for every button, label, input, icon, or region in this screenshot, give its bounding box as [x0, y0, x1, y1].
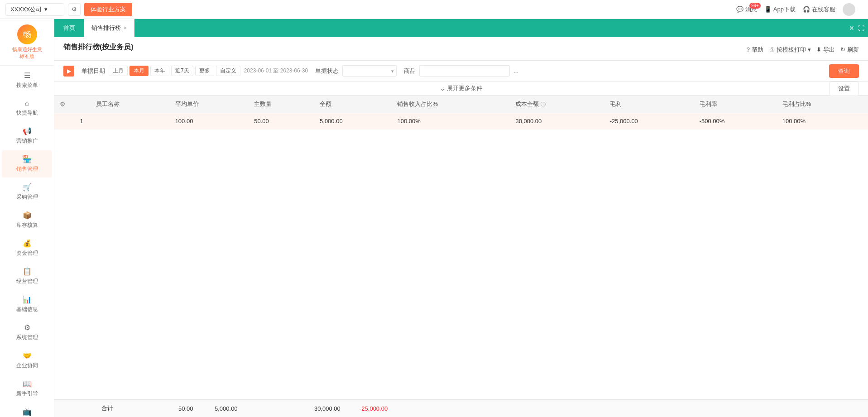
th-gross-ratio: 毛利占比%: [777, 96, 868, 113]
footer-row: 合计 50.00 5,000.00 30,000.00 -25,000.00: [54, 399, 868, 417]
sidebar-label-8: 基础信息: [16, 306, 38, 313]
print-label: 按模板打印: [777, 46, 806, 54]
export-btn[interactable]: ⬇ 导出: [816, 46, 835, 54]
footer-amount: 5,000.00: [209, 405, 254, 412]
sidebar-item-4[interactable]: 🛒采购管理: [2, 178, 52, 206]
more-date-btn[interactable]: 更多: [195, 66, 214, 76]
message-btn[interactable]: 💬 消息 99+: [736, 5, 757, 14]
date-filter-section: 单据日期 上月 本月 本年 近7天 更多 自定义 2023-06-01 至 20…: [82, 66, 308, 76]
sidebar-icon-4: 🛒: [23, 183, 32, 192]
tab-home[interactable]: 首页: [54, 19, 84, 37]
this-year-btn[interactable]: 本年: [150, 66, 169, 76]
td-avg-price: 100.00: [170, 113, 249, 129]
export-icon: ⬇: [816, 46, 821, 53]
th-avg-price: 平均单价: [170, 96, 249, 113]
main-area: 畅 畅康通好生意 标准版 ☰搜索菜单⌂快捷导航📢营销推广🏪销售管理🛒采购管理📦库…: [0, 19, 868, 417]
sidebar-item-3[interactable]: 🏪销售管理: [2, 150, 52, 177]
td-gross: -25,000.00: [604, 113, 694, 129]
tab-expand-icon[interactable]: ⛶: [858, 24, 864, 32]
sidebar-icon-6: 💰: [23, 239, 32, 248]
td-sales-ratio: 100.00%: [392, 113, 510, 129]
data-table: ⚙ 员工名称 平均单价 主数量 全额 销售收入占比% 成本全额 ⓘ 毛利 毛利率: [54, 96, 868, 129]
goods-input[interactable]: [419, 65, 510, 77]
last7-btn[interactable]: 近7天: [171, 66, 193, 76]
sidebar-icon-7: 📋: [23, 267, 32, 276]
sidebar-item-8[interactable]: 📊基础信息: [2, 291, 52, 318]
company-name: XXXXX公司: [10, 5, 42, 14]
tab-sales-ranking[interactable]: 销售排行榜 ×: [84, 19, 134, 37]
th-rank: [72, 96, 91, 113]
page-header-row: 销售排行榜(按业务员) ? 帮助 🖨 按模板打印 ▾: [63, 43, 859, 57]
expand-more-btn[interactable]: ⌄ 展开更多条件: [440, 84, 482, 92]
sidebar-label-6: 资金管理: [16, 249, 38, 257]
refresh-btn[interactable]: ↻ 刷新: [840, 46, 859, 54]
sidebar-label-1: 快捷导航: [16, 109, 38, 117]
expand-down-icon: ⌄: [440, 85, 445, 92]
sidebar-item-7[interactable]: 📋经营管理: [2, 263, 52, 290]
sidebar-label-11: 新手引导: [16, 390, 38, 398]
top-bar-right: 💬 消息 99+ 📱 App下载 🎧 在线客服: [736, 3, 863, 16]
td-amount: 5,000.00: [314, 113, 392, 129]
help-btn[interactable]: ? 帮助: [747, 46, 763, 54]
this-month-btn[interactable]: 本月: [129, 66, 149, 76]
sidebar-logo: 畅 畅康通好生意 标准版: [0, 19, 54, 66]
custom-date-btn[interactable]: 自定义: [216, 66, 240, 76]
sidebar-item-10[interactable]: 🤝企业协同: [2, 347, 52, 374]
company-selector[interactable]: XXXXX公司 ▾: [5, 3, 64, 16]
sidebar-item-1[interactable]: ⌂快捷导航: [2, 95, 52, 121]
tab-close-icon[interactable]: ×: [124, 25, 127, 31]
tab-close-window-icon[interactable]: ✕: [849, 24, 854, 32]
td-name: [91, 113, 170, 129]
td-rank: 1: [72, 113, 91, 129]
settings-btn[interactable]: 设置: [829, 81, 859, 96]
sidebar-item-6[interactable]: 💰资金管理: [2, 235, 52, 262]
status-select-wrapper: [342, 65, 397, 77]
sidebar-label-0: 搜索菜单: [16, 81, 38, 89]
sidebar-label-10: 企业协同: [16, 362, 38, 369]
th-name: 员工名称: [91, 96, 170, 113]
sidebar-item-5[interactable]: 📦库存核算: [2, 206, 52, 234]
online-service-btn[interactable]: 🎧 在线客服: [803, 5, 835, 14]
app-download-btn[interactable]: 📱 App下载: [764, 5, 796, 14]
sidebar-icon-1: ⌂: [25, 99, 29, 107]
refresh-label: 刷新: [847, 46, 859, 54]
footer-cost: 30,000.00: [309, 405, 354, 412]
message-badge: 99+: [749, 3, 761, 9]
sidebar-item-0[interactable]: ☰搜索菜单: [2, 67, 52, 94]
settings-col-icon[interactable]: ⚙: [60, 101, 66, 108]
sidebar-item-2[interactable]: 📢营销推广: [2, 122, 52, 149]
print-btn[interactable]: 🖨 按模板打印 ▾: [769, 46, 811, 54]
settings-icon-btn[interactable]: ⚙: [68, 3, 81, 16]
query-btn[interactable]: 查询: [829, 64, 859, 78]
status-select[interactable]: [342, 65, 397, 77]
sidebar-label-5: 库存核算: [16, 221, 38, 229]
footer-qty: 50.00: [173, 405, 209, 412]
sidebar-item-11[interactable]: 📖新手引导: [2, 375, 52, 402]
sidebar-icon-10: 🤝: [23, 351, 32, 360]
sidebar-icon-5: 📦: [23, 211, 32, 220]
sidebar-icon-8: 📊: [23, 295, 32, 304]
cost-info-icon[interactable]: ⓘ: [541, 101, 546, 107]
content-area: 首页 销售排行榜 × ✕ ⛶ 销售排行榜(按业务员): [54, 19, 868, 417]
filter-collapse-btn[interactable]: ▶: [63, 66, 74, 77]
date-quick-btns: 上月 本月 本年 近7天 更多 自定义: [109, 66, 240, 76]
gear-icon: ⚙: [72, 6, 77, 13]
sidebar-label-3: 销售管理: [16, 165, 38, 173]
td-qty: 50.00: [249, 113, 314, 129]
avatar[interactable]: [843, 3, 855, 16]
headset-icon: 🎧: [803, 6, 810, 13]
online-service-label: 在线客服: [812, 5, 835, 14]
footer-gross: -25,000.00: [354, 405, 399, 412]
table-container: ⚙ 员工名称 平均单价 主数量 全额 销售收入占比% 成本全额 ⓘ 毛利 毛利率: [54, 96, 868, 399]
goods-filter-label: 商品: [404, 67, 416, 75]
tab-bar-right: ✕ ⛶: [849, 24, 868, 32]
trial-btn[interactable]: 体验行业方案: [84, 3, 132, 16]
prev-month-btn[interactable]: 上月: [109, 66, 128, 76]
sidebar-item-12[interactable]: 📺应用中心: [2, 403, 52, 417]
sidebar-item-9[interactable]: ⚙系统管理: [2, 319, 52, 346]
chevron-down-icon: ▾: [44, 6, 48, 13]
goods-more-icon[interactable]: ...: [513, 67, 518, 74]
sidebar-label-4: 采购管理: [16, 193, 38, 201]
logo-icon: 畅: [17, 24, 37, 44]
sidebar-icon-3: 🏪: [23, 155, 32, 163]
